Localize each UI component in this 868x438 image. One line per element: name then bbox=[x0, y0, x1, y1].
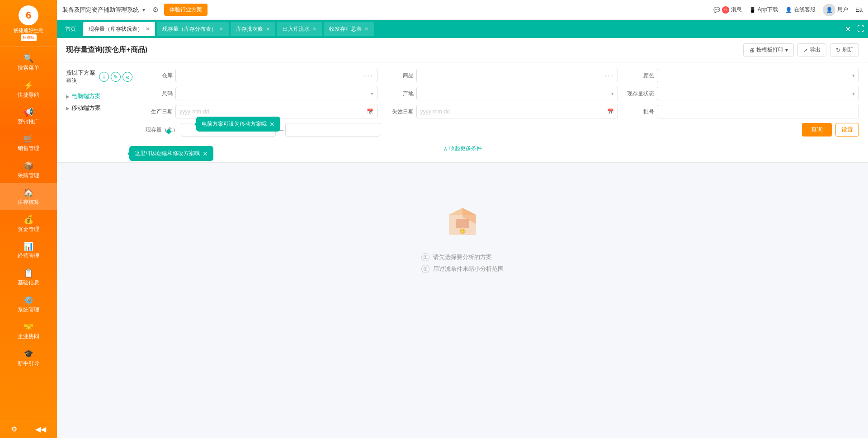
notification-btn[interactable]: 💬 6 消息 bbox=[713, 6, 742, 14]
sidebar-item-search[interactable]: 🔍 搜索菜单 bbox=[0, 49, 57, 75]
tooltip-scheme-text: 电脑方案可设为移动方案哦 bbox=[202, 120, 267, 128]
tab-batch-account[interactable]: 库存批次账 ✕ bbox=[231, 22, 275, 36]
sidebar-item-purchase-label: 采购管理 bbox=[18, 172, 39, 179]
sidebar-item-marketing-label: 营销推广 bbox=[18, 118, 39, 125]
sidebar-item-finance[interactable]: 💰 资金管理 bbox=[0, 210, 57, 237]
system-dropdown[interactable]: ▾ bbox=[142, 7, 145, 13]
dot-indicator bbox=[166, 129, 171, 134]
tip-text-2: 用过滤条件来缩小分析范围 bbox=[433, 265, 504, 273]
filter-row-color: 颜色 ▾ bbox=[627, 69, 859, 82]
goods-select[interactable]: ··· bbox=[416, 69, 618, 82]
tab-inventory-status-close[interactable]: ✕ bbox=[146, 26, 150, 32]
sidebar-item-enterprise[interactable]: 🤝 企业协同 bbox=[0, 317, 57, 344]
sidebar-item-finance-label: 资金管理 bbox=[18, 226, 39, 232]
empty-icon: 😐 bbox=[440, 199, 485, 244]
export-btn[interactable]: ↗ 导出 bbox=[797, 43, 826, 57]
quicknav-icon: ⚡ bbox=[24, 80, 33, 90]
filter-row-batch: 批号 bbox=[627, 105, 859, 118]
logo-icon: 6 bbox=[19, 5, 38, 25]
expire-date-input[interactable]: yyyy-mm-dd 📅 bbox=[416, 105, 618, 118]
tab-inventory-dist[interactable]: 现存量（库存分布表） ✕ bbox=[157, 22, 229, 36]
inventory-icon: 🏠 bbox=[24, 188, 33, 198]
back-icon: « bbox=[126, 73, 129, 80]
batch-input[interactable] bbox=[657, 105, 859, 118]
scheme-list: ▶ 电脑端方案 ▶ 移动端方案 bbox=[66, 90, 132, 114]
sidebar-item-sales[interactable]: 🛒 销售管理 bbox=[0, 129, 57, 156]
filter-row-warehouse: 仓库 ··· bbox=[146, 69, 377, 82]
close-all-tabs-icon[interactable]: ✕ bbox=[843, 23, 853, 35]
svg-text:😐: 😐 bbox=[460, 228, 466, 234]
refresh-icon: ↻ bbox=[836, 47, 840, 53]
scheme-item-pc[interactable]: ▶ 电脑端方案 bbox=[66, 90, 132, 102]
template-print-btn[interactable]: 🖨 按模板打印 ▾ bbox=[743, 43, 794, 57]
tab-inout-flow-label: 出入库流水 bbox=[283, 25, 310, 33]
logo-text: 畅捷通好生意 bbox=[14, 27, 43, 33]
collapse-btn[interactable]: ∧ 收起更多条件 bbox=[443, 145, 482, 152]
tip-num-1: ① bbox=[421, 253, 429, 261]
refresh-btn[interactable]: ↻ 刷新 bbox=[830, 43, 859, 57]
setting-btn[interactable]: 设置 bbox=[835, 123, 859, 137]
tab-inventory-status-label: 现存量（库存状况表） bbox=[89, 25, 143, 33]
origin-select[interactable]: ▾ bbox=[416, 87, 618, 100]
empty-tips: ① 请先选择要分析的方案 ② 用过滤条件来缩小分析范围 bbox=[421, 253, 504, 273]
tab-collect-summary-close[interactable]: ✕ bbox=[364, 26, 368, 32]
tab-inout-flow-close[interactable]: ✕ bbox=[312, 26, 316, 32]
tab-batch-account-close[interactable]: ✕ bbox=[266, 26, 270, 32]
industry-btn[interactable]: 体验行业方案 bbox=[164, 4, 208, 16]
filter-body: 按以下方案查询 + ✎ « ▶ bbox=[66, 69, 859, 141]
page-actions: 🖨 按模板打印 ▾ ↗ 导出 ↻ 刷新 bbox=[743, 43, 859, 57]
search-btn[interactable]: 查询 bbox=[802, 123, 832, 137]
sidebar-item-marketing[interactable]: 📢 营销推广 bbox=[0, 103, 57, 129]
warehouse-label: 仓库 bbox=[146, 72, 173, 80]
tabbar-right: ✕ ⛶ bbox=[843, 23, 866, 35]
sidebar-item-system[interactable]: ⚙️ 系统管理 bbox=[0, 291, 57, 317]
tab-home[interactable]: 首页 bbox=[60, 22, 81, 36]
tooltip-scheme-close[interactable]: ✕ bbox=[269, 121, 275, 128]
sidebar-item-operation[interactable]: 📊 经营管理 bbox=[0, 237, 57, 264]
filter-panel: 按以下方案查询 + ✎ « ▶ bbox=[66, 69, 138, 141]
finance-icon: 💰 bbox=[24, 215, 33, 225]
user-label: 用户 bbox=[837, 6, 848, 14]
warehouse-select[interactable]: ··· bbox=[175, 69, 377, 82]
color-select[interactable]: ▾ bbox=[657, 69, 859, 82]
expire-date-label: 失效日期 bbox=[387, 108, 414, 116]
stock-main-to[interactable] bbox=[285, 123, 380, 137]
stock-status-select[interactable]: ▾ bbox=[657, 87, 859, 100]
operation-icon: 📊 bbox=[24, 241, 33, 251]
filter-edit-btn[interactable]: ✎ bbox=[111, 72, 121, 82]
user-btn[interactable]: 👤 用户 bbox=[823, 4, 848, 16]
basicinfo-icon: 📋 bbox=[24, 268, 33, 278]
tooltip-edit-close[interactable]: ✕ bbox=[203, 150, 208, 157]
tab-collect-summary[interactable]: 收发存汇总表 ✕ bbox=[324, 22, 374, 36]
tab-inventory-status[interactable]: 现存量（库存状况表） ✕ bbox=[83, 22, 155, 36]
sidebar-collapse-btn[interactable]: ◀◀ bbox=[35, 425, 46, 433]
sidebar-item-purchase[interactable]: 📦 采购管理 bbox=[0, 156, 57, 183]
empty-state: 😐 ① 请先选择要分析的方案 ② 用过滤条件来缩小分析范围 bbox=[57, 163, 868, 309]
scheme-arrow-pc: ▶ bbox=[66, 94, 70, 99]
goods-dots: ··· bbox=[604, 71, 614, 80]
sidebar-item-newbie[interactable]: 🎓 新手引导 bbox=[0, 344, 57, 371]
marketing-icon: 📢 bbox=[24, 107, 33, 117]
gear-icon[interactable]: ⚙ bbox=[152, 5, 159, 14]
prod-date-label: 生产日期 bbox=[146, 108, 173, 116]
filter-add-btn[interactable]: + bbox=[99, 72, 109, 82]
size-select[interactable]: ▾ bbox=[175, 87, 377, 100]
app-download-btn[interactable]: 📱 App下载 bbox=[749, 6, 778, 14]
filter-btns: + ✎ « bbox=[99, 72, 132, 82]
sidebar-settings-btn[interactable]: ⚙ bbox=[11, 425, 17, 433]
edit-icon: ✎ bbox=[113, 74, 118, 80]
filter-back-btn[interactable]: « bbox=[123, 72, 132, 82]
scheme-item-mobile[interactable]: ▶ 移动端方案 bbox=[66, 102, 132, 114]
fullscreen-icon[interactable]: ⛶ bbox=[855, 23, 866, 35]
online-service-label: 在线客服 bbox=[794, 6, 816, 14]
tab-inventory-dist-close[interactable]: ✕ bbox=[219, 26, 223, 32]
notif-label: 消息 bbox=[731, 6, 742, 14]
sidebar-item-quicknav[interactable]: ⚡ 快捷导航 bbox=[0, 76, 57, 103]
sidebar-item-basicinfo[interactable]: 📋 基础信息 bbox=[0, 264, 57, 290]
tab-inout-flow[interactable]: 出入库流水 ✕ bbox=[277, 22, 322, 36]
sidebar-item-inventory[interactable]: 🏠 库存核算 bbox=[0, 183, 57, 210]
tooltip-scheme: 电脑方案可设为移动方案哦 ✕ bbox=[196, 117, 280, 132]
online-service-btn[interactable]: 👤 在线客服 bbox=[785, 6, 816, 14]
print-icon: 🖨 bbox=[749, 47, 755, 53]
filter-row-2: 尺码 ▾ 产地 ▾ bbox=[146, 87, 859, 100]
